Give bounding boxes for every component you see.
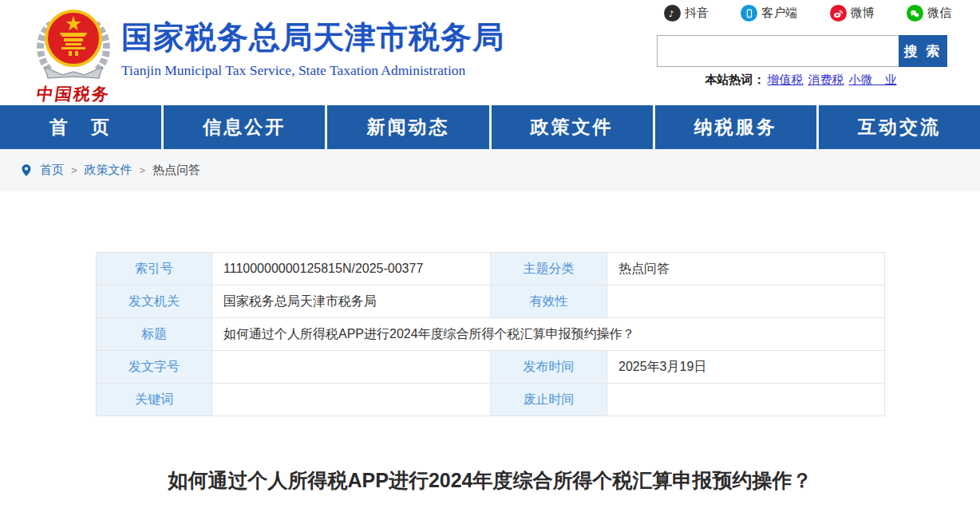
wechat-icon	[907, 5, 923, 22]
site-header: 中国税务 国家税务总局天津市税务局 Tianjin Municipal Tax …	[0, 0, 980, 105]
site-logo[interactable]: 中国税务	[30, 3, 117, 105]
social-label: 微信	[927, 6, 951, 21]
hotword-link-small-business[interactable]: 小微 业	[849, 73, 897, 86]
hotword-link-vat[interactable]: 增值税	[768, 73, 804, 86]
field-label-title: 标题	[97, 318, 212, 351]
logo-caption: 中国税务	[29, 83, 118, 105]
social-label: 抖音	[685, 6, 709, 21]
main-nav: 首 页 信息公开 新闻动态 政策文件 纳税服务 互动交流	[0, 105, 980, 149]
field-value-keywords	[212, 384, 491, 416]
tax-emblem-icon	[32, 3, 115, 81]
svg-text:♪: ♪	[669, 9, 674, 18]
nav-item-home[interactable]: 首 页	[0, 105, 161, 149]
field-value-repeal-date	[607, 384, 885, 416]
field-value-publish-date: 2025年3月19日	[607, 351, 885, 384]
site-search: 搜 索	[657, 35, 947, 67]
field-label-publish-date: 发布时间	[491, 351, 607, 384]
social-link-weibo[interactable]: 微博	[830, 5, 875, 22]
breadcrumb-separator: >	[140, 164, 146, 176]
field-value-validity	[607, 286, 885, 318]
search-input[interactable]	[657, 35, 899, 67]
table-row: 索引号 11100000000125815N/2025-00377 主题分类 热…	[97, 253, 885, 286]
table-row: 关键词 废止时间	[97, 384, 885, 416]
field-value-document-number	[212, 351, 491, 384]
nav-item-tax-services[interactable]: 纳税服务	[653, 105, 816, 149]
search-button[interactable]: 搜 索	[899, 35, 947, 67]
breadcrumb: 首页 > 政策文件 > 热点问答	[0, 149, 980, 191]
social-link-client[interactable]: 客户端	[741, 5, 797, 22]
douyin-icon: ♪	[664, 5, 681, 22]
nav-item-policy-documents[interactable]: 政策文件	[489, 105, 653, 149]
hotwords-prefix: 本站热词：	[705, 73, 765, 86]
social-link-wechat[interactable]: 微信	[907, 5, 951, 22]
social-label: 微博	[851, 6, 875, 21]
field-value-index-number: 11100000000125815N/2025-00377	[212, 253, 491, 286]
table-row: 发文字号 发布时间 2025年3月19日	[97, 351, 885, 384]
breadcrumb-current: 热点问答	[152, 163, 200, 178]
social-link-douyin[interactable]: ♪ 抖音	[664, 5, 709, 22]
hotword-link-consumption-tax[interactable]: 消费税	[808, 73, 844, 86]
location-pin-icon	[20, 163, 33, 178]
field-label-repeal-date: 废止时间	[491, 384, 607, 416]
field-label-document-number: 发文字号	[97, 351, 212, 384]
field-label-issuing-agency: 发文机关	[97, 286, 212, 318]
hotwords-bar: 本站热词：增值税消费税小微 业	[657, 73, 947, 88]
field-label-index-number: 索引号	[97, 253, 212, 286]
field-label-keywords: 关键词	[97, 384, 212, 416]
nav-item-news[interactable]: 新闻动态	[325, 105, 488, 149]
doc-info-table: 索引号 11100000000125815N/2025-00377 主题分类 热…	[96, 252, 885, 416]
weibo-icon	[830, 5, 847, 22]
page: 中国税务 国家税务总局天津市税务局 Tianjin Municipal Tax …	[0, 0, 980, 508]
mobile-client-icon	[741, 5, 757, 22]
document-content: 索引号 11100000000125815N/2025-00377 主题分类 热…	[0, 252, 980, 494]
field-value-issuing-agency: 国家税务总局天津市税务局	[212, 286, 491, 318]
article-title: 如何通过个人所得税APP进行2024年度综合所得个税汇算申报预约操作？	[96, 467, 884, 494]
site-titles: 国家税务总局天津市税务局 Tianjin Municipal Tax Servi…	[121, 21, 504, 79]
field-value-topic-category: 热点问答	[607, 253, 885, 286]
breadcrumb-section-link[interactable]: 政策文件	[85, 163, 132, 178]
table-row: 标题 如何通过个人所得税APP进行2024年度综合所得个税汇算申报预约操作？	[97, 318, 885, 351]
field-label-validity: 有效性	[491, 286, 607, 318]
site-title: 国家税务总局天津市税务局	[121, 21, 504, 55]
nav-item-info-disclosure[interactable]: 信息公开	[161, 105, 325, 149]
social-links: ♪ 抖音 客户端	[664, 5, 951, 22]
breadcrumb-separator: >	[71, 164, 77, 176]
breadcrumb-home-link[interactable]: 首页	[40, 163, 64, 178]
table-row: 发文机关 国家税务总局天津市税务局 有效性	[97, 286, 885, 318]
field-value-title: 如何通过个人所得税APP进行2024年度综合所得个税汇算申报预约操作？	[212, 318, 885, 351]
social-label: 客户端	[761, 6, 797, 21]
field-label-topic-category: 主题分类	[491, 253, 607, 286]
site-subtitle: Tianjin Municipal Tax Service, State Tax…	[121, 62, 504, 79]
nav-item-interaction[interactable]: 互动交流	[816, 105, 980, 149]
